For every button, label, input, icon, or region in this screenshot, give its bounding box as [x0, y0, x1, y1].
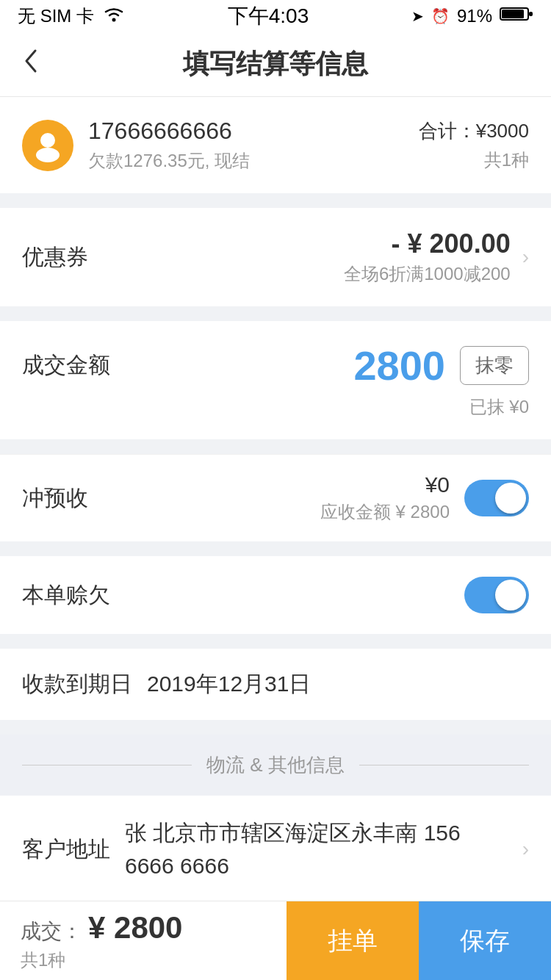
flush-amount: ¥0 [320, 472, 450, 497]
flush-prepay-toggle[interactable] [464, 480, 529, 516]
due-date-label: 收款到期日 [22, 669, 132, 699]
footer-deal-row: 成交： ¥ 2800 [21, 910, 266, 945]
status-time: 下午4:03 [228, 2, 309, 30]
customer-row: 17666666666 欠款1276.35元, 现结 合计：¥3000 共1种 [0, 97, 551, 193]
customer-left: 17666666666 欠款1276.35元, 现结 [22, 118, 250, 173]
due-date-section: 收款到期日 2019年12月31日 [0, 649, 551, 720]
deal-label: 成交金额 [22, 350, 110, 381]
due-date-value: 2019年12月31日 [147, 669, 311, 699]
customer-note: 欠款1276.35元, 现结 [88, 149, 250, 173]
deal-amount-value: 2800 [353, 342, 445, 389]
footer: 成交： ¥ 2800 共1种 挂单 保存 [0, 901, 551, 980]
logistics-divider: 物流 & 其他信息 [0, 735, 551, 796]
svg-point-4 [40, 133, 55, 148]
address-chevron-icon: › [522, 837, 529, 861]
flush-receivable: 应收金额 ¥ 2800 [320, 500, 450, 524]
coupon-detail: 全场6折满1000减200 [344, 262, 511, 286]
debt-row: 本单赊欠 [0, 556, 551, 634]
no-sim-text: 无 SIM 卡 [18, 4, 94, 28]
coupon-section: 优惠券 - ¥ 200.00 全场6折满1000减200 › [0, 208, 551, 306]
address-section[interactable]: 客户地址 张 北京市市辖区海淀区永丰南 156 6666 6666 › [0, 796, 551, 903]
deal-right: 2800 抹零 [353, 342, 529, 389]
battery-level: 91% [457, 6, 492, 26]
flush-prepay-right: ¥0 应收金额 ¥ 2800 [320, 472, 529, 524]
debt-label: 本单赊欠 [22, 580, 110, 610]
round-zero-button[interactable]: 抹零 [460, 346, 529, 385]
coupon-right: - ¥ 200.00 全场6折满1000减200 › [344, 228, 529, 286]
footer-info: 成交： ¥ 2800 共1种 [0, 910, 287, 972]
back-button[interactable] [21, 45, 41, 84]
svg-rect-3 [529, 12, 533, 16]
battery-icon [500, 6, 533, 26]
location-icon: ➤ [411, 7, 424, 25]
coupon-amount: - ¥ 200.00 [344, 228, 511, 259]
nav-bar: 填写结算等信息 [0, 32, 551, 97]
debt-section: 本单赊欠 [0, 556, 551, 634]
divider-line-right [359, 765, 529, 765]
customer-total: 合计：¥3000 共1种 [419, 118, 529, 172]
footer-deal-amount: ¥ 2800 [88, 910, 182, 945]
deal-sub: 已抹 ¥0 [22, 395, 529, 419]
coupon-row[interactable]: 优惠券 - ¥ 200.00 全场6折满1000减200 › [0, 208, 551, 306]
alarm-icon: ⏰ [431, 7, 450, 25]
status-left: 无 SIM 卡 [18, 4, 125, 28]
footer-count: 共1种 [21, 948, 266, 972]
svg-point-0 [112, 18, 116, 22]
divider-1 [0, 541, 551, 556]
divider-line-left [22, 765, 192, 765]
status-bar: 无 SIM 卡 下午4:03 ➤ ⏰ 91% [0, 0, 551, 32]
total-amount: 合计：¥3000 [419, 118, 529, 144]
content-area: 17666666666 欠款1276.35元, 现结 合计：¥3000 共1种 … [0, 97, 551, 980]
flush-amounts: ¥0 应收金额 ¥ 2800 [320, 472, 450, 524]
section-divider-text: 物流 & 其他信息 [206, 752, 345, 778]
svg-point-5 [36, 148, 60, 162]
save-button[interactable]: 保存 [419, 901, 551, 981]
address-label: 客户地址 [22, 835, 110, 865]
debt-toggle[interactable] [464, 577, 529, 613]
pending-button[interactable]: 挂单 [287, 901, 419, 981]
page-title: 填写结算等信息 [183, 46, 368, 82]
svg-rect-2 [502, 10, 524, 18]
deal-row: 成交金额 2800 抹零 [22, 342, 529, 389]
status-right: ➤ ⏰ 91% [411, 6, 533, 26]
flush-prepay-label: 冲预收 [22, 483, 88, 514]
total-count: 共1种 [419, 148, 529, 172]
customer-phone: 17666666666 [88, 118, 250, 145]
avatar [22, 120, 73, 171]
deal-amount-section: 成交金额 2800 抹零 已抹 ¥0 [0, 321, 551, 439]
address-value: 张 北京市市辖区海淀区永丰南 156 6666 6666 [125, 816, 511, 882]
footer-deal-label: 成交： [21, 918, 82, 945]
customer-info: 17666666666 欠款1276.35元, 现结 [88, 118, 250, 173]
flush-prepay-section: 冲预收 ¥0 应收金额 ¥ 2800 [0, 454, 551, 541]
coupon-label: 优惠券 [22, 242, 88, 273]
chevron-right-icon: › [522, 245, 529, 269]
wifi-icon [103, 6, 125, 26]
